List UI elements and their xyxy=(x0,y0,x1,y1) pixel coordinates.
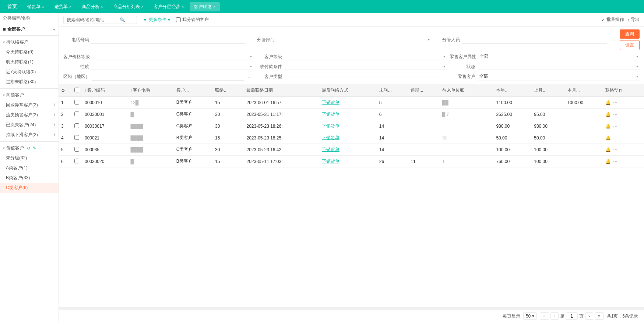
group-value-customers[interactable]: ▾ 价值客户 ↺ ✎ xyxy=(0,143,59,153)
more-action-icon[interactable]: ⋯ xyxy=(613,147,617,152)
price-level-select[interactable]: ▾ xyxy=(92,53,253,60)
retail-attr-select[interactable]: 全部 ▾ xyxy=(478,52,640,61)
set-button[interactable]: 设置 xyxy=(620,40,640,50)
customer-type-select[interactable] xyxy=(284,75,446,78)
nav-product-analysis[interactable]: 商品分析 × xyxy=(77,2,108,11)
search-input[interactable] xyxy=(67,17,118,22)
contact-icon[interactable]: 🔔 xyxy=(605,124,611,129)
row-select-checkbox[interactable] xyxy=(74,123,79,128)
phone-input[interactable] xyxy=(91,36,246,44)
sort-unit-icon[interactable]: ↑ xyxy=(465,88,467,92)
row-checkbox[interactable] xyxy=(72,120,82,132)
more-action-icon[interactable]: ⋯ xyxy=(613,135,617,141)
close-sales-order-icon[interactable]: × xyxy=(42,5,44,9)
all-customers-section[interactable]: ■ 全部客户 « xyxy=(0,23,59,34)
edit-value-icon[interactable]: ✎ xyxy=(33,146,36,151)
sidebar-item-class-a[interactable]: A类客户(1) xyxy=(0,163,59,173)
nav-home[interactable]: 首页 xyxy=(3,2,21,11)
sidebar-item-today[interactable]: 今天待联络(0) xyxy=(0,47,59,57)
th-unit-account[interactable]: 往来单位账 ↑ xyxy=(440,84,494,97)
my-customers-check[interactable] xyxy=(176,17,181,22)
close-customer-segment-icon[interactable]: × xyxy=(182,5,184,9)
batch-ops-button[interactable]: ✓ 批量操作 xyxy=(601,17,624,23)
area-dots-icon[interactable]: … xyxy=(246,74,253,79)
th-settings[interactable]: ⚙ xyxy=(59,84,72,97)
next-page-button[interactable]: › xyxy=(585,312,593,320)
manager-input[interactable] xyxy=(462,36,607,44)
nature-select[interactable]: ▾ xyxy=(91,63,253,70)
contact-icon[interactable]: 🔔 xyxy=(605,159,611,164)
row-last-contact-method[interactable]: 下销货单 xyxy=(320,144,377,156)
row-last-contact-method[interactable]: 下销货单 xyxy=(320,97,377,109)
refresh-value-icon[interactable]: ↺ xyxy=(27,146,31,151)
sidebar-item-class-c[interactable]: C类客户(6) xyxy=(0,183,59,193)
close-customer-contact-icon[interactable]: × xyxy=(213,5,215,9)
close-product-analysis-icon[interactable]: × xyxy=(101,5,103,9)
contact-icon[interactable]: 🔔 xyxy=(605,135,611,141)
row-last-contact-method[interactable]: 下销货单 xyxy=(320,109,377,120)
last-page-button[interactable]: » xyxy=(595,312,604,320)
row-select-checkbox[interactable] xyxy=(74,100,79,105)
sidebar-item-ungrouped[interactable]: 未分组(32) xyxy=(0,153,59,163)
page-number-input[interactable] xyxy=(566,312,578,320)
row-action[interactable]: 🔔 ⋯ xyxy=(603,132,644,144)
more-action-icon[interactable]: ⋯ xyxy=(613,159,617,164)
page-size-select[interactable]: 50 ▾ xyxy=(523,312,537,320)
contact-icon[interactable]: 🔔 xyxy=(605,147,611,152)
row-checkbox[interactable] xyxy=(72,144,82,156)
th-name[interactable]: ↑ 客户名称 xyxy=(128,84,174,97)
row-action[interactable]: 🔔 ⋯ xyxy=(603,109,644,120)
nav-customer-contact[interactable]: 客户联络 × xyxy=(190,2,220,11)
sort-code-icon[interactable]: ↑ xyxy=(85,88,87,92)
sidebar-item-churned[interactable]: 已流失客户(24) ℹ xyxy=(0,120,59,130)
nav-customer-segment[interactable]: 客户分层经营 × xyxy=(149,2,188,11)
sort-name-icon[interactable]: ↑ xyxy=(130,88,132,92)
collapse-sidebar-icon[interactable]: « xyxy=(53,27,56,32)
settings-icon[interactable]: ⚙ xyxy=(61,88,65,93)
status-select[interactable]: ▾ xyxy=(478,63,640,70)
sidebar-item-7days[interactable]: 近7天待联络(0) xyxy=(0,67,59,77)
row-action[interactable]: 🔔 ⋯ xyxy=(603,120,644,132)
row-select-checkbox[interactable] xyxy=(74,159,79,163)
sidebar-search-input[interactable] xyxy=(3,15,58,21)
retail-customer-select[interactable]: 全部 ▾ xyxy=(478,72,640,81)
contact-icon[interactable]: 🔔 xyxy=(605,112,611,117)
export-button[interactable]: ↑ 导出 xyxy=(627,17,640,23)
row-checkbox[interactable] xyxy=(72,97,82,109)
close-purchase-order-icon[interactable]: × xyxy=(69,5,71,9)
row-checkbox[interactable] xyxy=(72,156,82,167)
contact-icon[interactable]: 🔔 xyxy=(605,100,611,105)
group-pending-contact[interactable]: ▾ 待联络客户 xyxy=(0,37,59,47)
horizontal-scrollbar[interactable] xyxy=(59,307,644,310)
sidebar-item-churn-warning[interactable]: 流失预警客户(3) ℹ xyxy=(0,110,59,120)
nav-sales-order[interactable]: 销货单 × xyxy=(23,2,49,11)
row-last-contact-method[interactable]: 下销货单 xyxy=(320,132,377,144)
group-problem-customers[interactable]: ▾ 问题客户 xyxy=(0,90,59,100)
search-icon[interactable]: 🔍 xyxy=(120,17,125,22)
row-checkbox[interactable] xyxy=(72,132,82,144)
more-action-icon[interactable]: ⋯ xyxy=(613,112,617,117)
row-action[interactable]: 🔔 ⋯ xyxy=(603,144,644,156)
row-last-contact-method[interactable]: 下销货单 xyxy=(320,156,377,167)
nav-purchase-order[interactable]: 进货单 × xyxy=(50,2,76,11)
row-action[interactable]: 🔔 ⋯ xyxy=(603,156,644,167)
close-product-list-icon[interactable]: × xyxy=(141,5,144,9)
more-filter-button[interactable]: ▼ 更多条件 ▾ xyxy=(140,15,173,24)
row-select-checkbox[interactable] xyxy=(74,135,79,140)
nav-product-analysis-list[interactable]: 商品分析列表 × xyxy=(109,2,148,11)
manager-dots-icon[interactable]: … xyxy=(609,37,617,42)
query-button[interactable]: 查询 xyxy=(620,29,640,39)
my-customers-checkbox[interactable]: 我分管的客户 xyxy=(176,17,209,23)
area-input[interactable] xyxy=(92,73,244,81)
first-page-button[interactable]: « xyxy=(540,312,549,320)
dept-select[interactable]: ▾ xyxy=(277,36,432,43)
sidebar-item-declining[interactable]: 持续下滑客户(2) ℹ xyxy=(0,130,59,140)
sidebar-item-tomorrow[interactable]: 明天待联络(1) xyxy=(0,57,59,67)
sidebar-item-overdue[interactable]: 过期未联络(30) xyxy=(0,77,59,87)
row-select-checkbox[interactable] xyxy=(74,147,79,152)
th-code[interactable]: ↑ 客户编码 xyxy=(82,84,128,97)
customer-level-select[interactable]: ▾ xyxy=(284,53,446,60)
row-checkbox[interactable] xyxy=(72,109,82,120)
select-all-checkbox[interactable] xyxy=(74,88,79,92)
more-action-icon[interactable]: ⋯ xyxy=(613,100,617,105)
